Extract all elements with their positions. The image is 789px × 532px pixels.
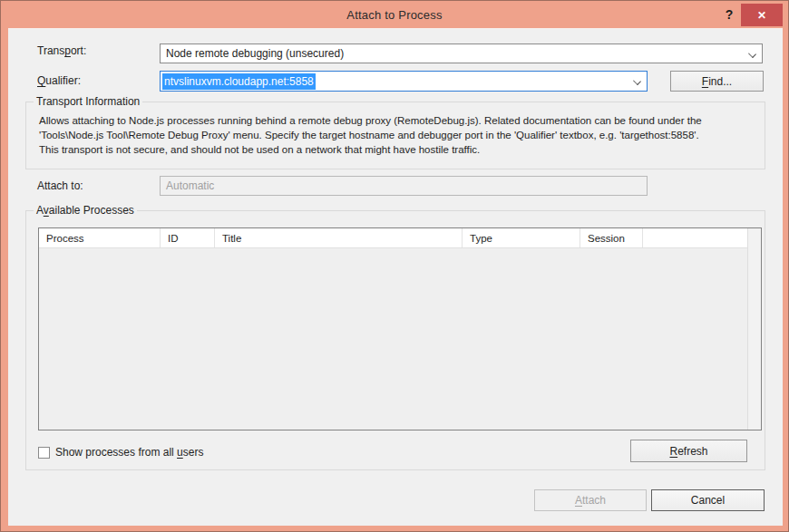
cancel-button[interactable]: Cancel (651, 489, 765, 511)
column-header-session[interactable]: Session (580, 228, 643, 247)
column-header-type[interactable]: Type (463, 228, 580, 247)
attach-to-value: Automatic (166, 179, 214, 192)
column-header-title[interactable]: Title (215, 228, 463, 247)
column-header-process[interactable]: Process (39, 228, 161, 247)
available-processes-title: Available Processes (34, 204, 137, 217)
attach-to-label: Attach to: (37, 179, 83, 192)
qualifier-selected-text: ntvslinuxvm.cloudapp.net:5858 (162, 73, 316, 90)
process-list-header: Process ID Title Type Session (39, 228, 747, 248)
transport-information-text: Allows attaching to Node.js processes ru… (39, 113, 755, 157)
dialog-content: Transport: Node remote debugging (unsecu… (8, 28, 783, 526)
available-processes-group: Available Processes Process ID Title Typ… (25, 210, 765, 470)
process-list-body[interactable] (39, 248, 747, 430)
transport-info-line: Allows attaching to Node.js processes ru… (39, 113, 755, 128)
transport-information-title: Transport Information (34, 95, 142, 108)
help-icon[interactable]: ? (717, 1, 741, 28)
vertical-scrollbar[interactable] (747, 228, 761, 430)
transport-label: Transport: (37, 44, 86, 57)
qualifier-input[interactable]: ntvslinuxvm.cloudapp.net:5858 (160, 71, 648, 92)
column-header-id[interactable]: ID (161, 228, 215, 247)
chevron-down-icon (633, 77, 641, 85)
transport-information-group: Transport Information Allows attaching t… (25, 102, 765, 169)
find-button[interactable]: Find... (670, 71, 764, 92)
dialog-title: Attach to Process (1, 1, 788, 28)
transport-selected-value: Node remote debugging (unsecured) (166, 47, 344, 60)
attach-button[interactable]: Attach (534, 489, 647, 511)
column-header-blank (643, 228, 747, 247)
attach-to-field: Automatic (160, 176, 648, 196)
attach-to-process-dialog: Attach to Process ? ✕ Transport: Node re… (0, 0, 789, 532)
titlebar[interactable]: Attach to Process ? ✕ (1, 1, 788, 28)
process-list[interactable]: Process ID Title Type Session (38, 227, 762, 430)
close-icon[interactable]: ✕ (741, 4, 783, 26)
process-list-main: Process ID Title Type Session (39, 228, 747, 430)
show-all-users-row: Show processes from all users (38, 445, 203, 459)
transport-info-line: This transport is not secure, and should… (39, 142, 755, 157)
show-all-users-checkbox[interactable] (38, 447, 50, 459)
chevron-down-icon (748, 50, 756, 58)
transport-info-line: 'Tools\Node.js Tool\Remote Debug Proxy' … (39, 128, 755, 142)
show-all-users-label: Show processes from all users (55, 446, 203, 459)
refresh-button[interactable]: Refresh (630, 440, 747, 462)
transport-select[interactable]: Node remote debugging (unsecured) (160, 44, 763, 63)
qualifier-label: Qualifier: (37, 74, 81, 87)
